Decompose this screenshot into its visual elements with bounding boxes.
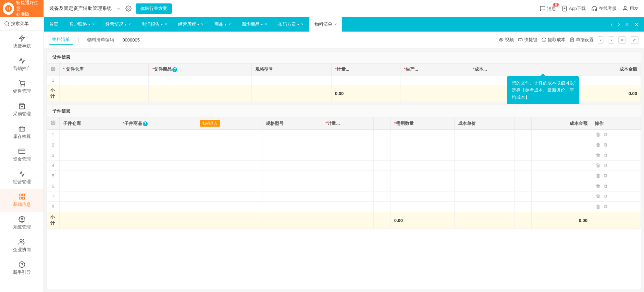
tab-history[interactable]: 经营历程▾× bbox=[173, 17, 209, 32]
tab-barcode[interactable]: 条码方案▾× bbox=[273, 17, 309, 32]
copy-icon-3[interactable]: ⧉ bbox=[604, 152, 607, 158]
child-unit-cost-6[interactable] bbox=[455, 181, 514, 191]
child-warehouse-6[interactable] bbox=[59, 181, 119, 191]
child-unit-7[interactable] bbox=[322, 191, 373, 202]
tab-profit[interactable]: 利润报告▾× bbox=[136, 17, 173, 32]
tab-barcode-close[interactable]: × bbox=[301, 22, 304, 27]
parent-goods-info[interactable]: ? bbox=[172, 67, 177, 72]
nav-close-all-btn[interactable]: ≡ bbox=[623, 21, 631, 27]
tab-new-goods[interactable]: 新增商品▾× bbox=[236, 17, 273, 32]
app-download-btn[interactable]: App下载 bbox=[561, 5, 586, 12]
sidebar-item-operation[interactable]: 经营管理 bbox=[0, 166, 44, 189]
sidebar-item-inventory[interactable]: 库存核算 bbox=[0, 121, 44, 144]
sidebar-item-basic[interactable]: 基础信息 bbox=[0, 189, 44, 212]
child-warehouse-5[interactable] bbox=[59, 171, 119, 181]
settings-icon[interactable] bbox=[125, 5, 132, 12]
child-unit-cost-8[interactable] bbox=[455, 202, 514, 212]
sidebar-item-system[interactable]: 系统管理 bbox=[0, 212, 44, 234]
delete-icon-6[interactable]: 🗑 bbox=[596, 183, 600, 189]
sidebar-item-guide[interactable]: 新手引导 bbox=[0, 257, 44, 280]
parent-spec-cell[interactable] bbox=[251, 75, 331, 85]
subheader-tab-bom[interactable]: 物料清单 bbox=[49, 35, 73, 45]
child-qty-1[interactable] bbox=[391, 130, 454, 140]
child-warehouse-4[interactable] bbox=[59, 161, 119, 171]
copy-icon-1[interactable]: ⧉ bbox=[604, 132, 607, 137]
tab-goods[interactable]: 商品▾× bbox=[209, 17, 236, 32]
online-service-btn[interactable]: 在线客服 bbox=[591, 5, 617, 12]
child-goods-7[interactable] bbox=[119, 191, 196, 202]
delete-icon-5[interactable]: 🗑 bbox=[596, 173, 600, 178]
tab-operation[interactable]: 经营情况▾× bbox=[100, 17, 136, 32]
nav-next-btn[interactable]: › bbox=[615, 21, 622, 27]
nav-prev-page[interactable]: ‹ bbox=[598, 36, 604, 44]
parent-produce-cell[interactable] bbox=[400, 75, 469, 85]
tab-bom[interactable]: 物料清单× bbox=[309, 17, 342, 32]
child-unit-6[interactable] bbox=[322, 181, 373, 191]
child-unit-4[interactable] bbox=[322, 161, 373, 171]
child-unit-cost-5[interactable] bbox=[455, 171, 514, 181]
nav-expand[interactable]: ⤢ bbox=[630, 36, 639, 44]
child-unit-8[interactable] bbox=[322, 202, 373, 212]
nav-list-view[interactable]: ≡ bbox=[618, 36, 626, 44]
action-settings[interactable]: 单据设置 bbox=[570, 37, 594, 43]
user-btn[interactable]: 用友 bbox=[622, 5, 639, 12]
parent-goods-cell[interactable] bbox=[149, 75, 251, 85]
parent-warehouse-cell[interactable] bbox=[59, 75, 149, 85]
child-spec-4[interactable] bbox=[262, 161, 322, 171]
copy-icon-4[interactable]: ⧉ bbox=[604, 163, 607, 168]
action-shortcut[interactable]: 快捷键 bbox=[518, 37, 537, 43]
child-qty-5[interactable] bbox=[391, 171, 454, 181]
child-warehouse-1[interactable] bbox=[59, 130, 119, 140]
tab-customer-close[interactable]: × bbox=[92, 22, 95, 27]
child-goods-2[interactable] bbox=[119, 140, 196, 150]
child-spec-3[interactable] bbox=[262, 150, 322, 161]
child-col-gear[interactable] bbox=[47, 117, 59, 130]
child-warehouse-7[interactable] bbox=[59, 191, 119, 202]
sidebar-item-quicknav[interactable]: 快捷导航 bbox=[0, 31, 44, 53]
child-spec-7[interactable] bbox=[262, 191, 322, 202]
tab-bom-close[interactable]: × bbox=[334, 22, 337, 27]
nav-window-close-btn[interactable]: ✕ bbox=[631, 21, 641, 28]
sidebar-item-enterprise[interactable]: 企业协同 bbox=[0, 234, 44, 257]
child-unit-cost-1[interactable] bbox=[455, 130, 514, 140]
child-spec-6[interactable] bbox=[262, 181, 322, 191]
child-unit-cost-7[interactable] bbox=[455, 191, 514, 202]
child-qty-4[interactable] bbox=[391, 161, 454, 171]
child-unit-cost-2[interactable] bbox=[455, 140, 514, 150]
tab-customer[interactable]: 客户联络▾× bbox=[64, 17, 100, 32]
child-unit-cost-3[interactable] bbox=[455, 150, 514, 161]
child-unit-1[interactable] bbox=[322, 130, 373, 140]
trial-btn[interactable]: 体验行业方案 bbox=[136, 3, 172, 14]
delete-icon-2[interactable]: 🗑 bbox=[596, 142, 600, 148]
child-spec-8[interactable] bbox=[262, 202, 322, 212]
sidebar-item-purchase[interactable]: 采购管理 bbox=[0, 98, 44, 121]
delete-icon-8[interactable]: 🗑 bbox=[596, 204, 600, 209]
nav-next-page[interactable]: › bbox=[608, 36, 614, 44]
tooltip-close-btn[interactable]: × bbox=[573, 78, 576, 85]
delete-icon-3[interactable]: 🗑 bbox=[596, 152, 600, 158]
child-qty-6[interactable] bbox=[391, 181, 454, 191]
copy-icon-8[interactable]: ⧉ bbox=[604, 204, 607, 209]
child-spec-2[interactable] bbox=[262, 140, 322, 150]
tab-history-close[interactable]: × bbox=[201, 22, 203, 27]
message-btn[interactable]: 消息 6 bbox=[540, 5, 556, 12]
tab-operation-close[interactable]: × bbox=[128, 22, 131, 27]
parent-unit-cell[interactable] bbox=[331, 75, 400, 85]
child-goods-3[interactable] bbox=[119, 150, 196, 161]
sidebar-item-search[interactable]: 搜索菜单 bbox=[0, 17, 44, 31]
child-warehouse-3[interactable] bbox=[59, 150, 119, 161]
sidebar-item-marketing[interactable]: 营销推广 bbox=[0, 53, 44, 76]
delete-icon-1[interactable]: 🗑 bbox=[596, 132, 600, 137]
action-cost[interactable]: 提取成本 bbox=[542, 37, 566, 43]
delete-icon-7[interactable]: 🗑 bbox=[596, 194, 600, 199]
child-unit-2[interactable] bbox=[322, 140, 373, 150]
child-qty-8[interactable] bbox=[391, 202, 454, 212]
child-qty-7[interactable] bbox=[391, 191, 454, 202]
tab-home[interactable]: 首页 bbox=[44, 17, 64, 32]
copy-icon-2[interactable]: ⧉ bbox=[604, 142, 607, 148]
copy-icon-6[interactable]: ⧉ bbox=[604, 183, 607, 189]
child-unit-3[interactable] bbox=[322, 150, 373, 161]
child-qty-3[interactable] bbox=[391, 150, 454, 161]
copy-icon-5[interactable]: ⧉ bbox=[604, 173, 607, 178]
child-goods-4[interactable] bbox=[119, 161, 196, 171]
